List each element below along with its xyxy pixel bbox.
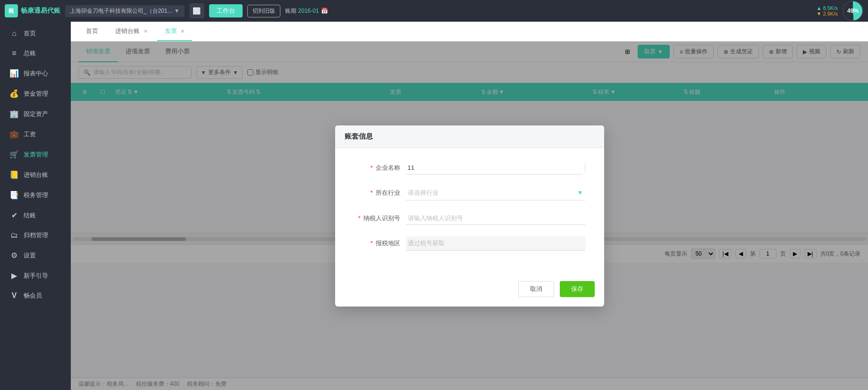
network-badge: ▲ 8.5K/s ▼ 2.6K/s (817, 5, 838, 17)
report-icon: 📊 (9, 69, 19, 78)
dialog-header: 账套信息 (335, 125, 604, 148)
sidebar-label-report: 报表中心 (24, 69, 48, 78)
switch-old-button[interactable]: 切到旧版 (247, 5, 280, 17)
archive-icon: 🗂 (9, 231, 19, 240)
member-icon: V (9, 291, 19, 300)
dialog-body: * 企业名称 * 所在行业 (335, 148, 604, 275)
sidebar-label-invoice: 发票管理 (24, 150, 48, 159)
tab-close-invoice[interactable]: ✕ (180, 28, 185, 34)
form-row-company: * 企业名称 (354, 161, 585, 174)
required-star-company: * (371, 164, 373, 171)
sales-icon: 📒 (9, 170, 19, 179)
logo-text: 畅康通易代账 (21, 7, 60, 15)
calendar-icon[interactable]: 📅 (321, 8, 328, 14)
sidebar-label-archive: 归档管理 (24, 231, 48, 240)
sidebar-item-invoice[interactable]: 🛒 发票管理 (0, 144, 71, 165)
close-account-icon: ✔ (9, 211, 19, 220)
account-info-dialog: 账套信息 * 企业名称 (335, 125, 604, 307)
asset-icon: 🏢 (9, 109, 19, 118)
settings-icon: ⚙ (9, 251, 19, 260)
sidebar-item-fund[interactable]: 💰 资金管理 (0, 83, 71, 104)
company-name: 上海卯金刀电子科技有限公司_（台201... (70, 7, 172, 15)
period-label: 账期 2016-01 📅 (285, 7, 328, 15)
sidebar-label-home: 首页 (24, 29, 36, 38)
company-name-input[interactable] (406, 161, 583, 174)
sidebar-item-report[interactable]: 📊 报表中心 (0, 63, 71, 83)
ledger-icon: ≡ (9, 49, 19, 58)
salary-icon: 💼 (9, 130, 19, 139)
sidebar-item-close[interactable]: ✔ 结账 (0, 205, 71, 225)
tax-icon: 📑 (9, 191, 19, 199)
sidebar-item-home[interactable]: ⌂ 首页 (0, 24, 71, 43)
tab-home[interactable]: 首页 (78, 22, 106, 41)
sidebar-item-sales[interactable]: 📒 进销台账 (0, 165, 71, 185)
sidebar-item-archive[interactable]: 🗂 归档管理 (0, 225, 71, 245)
copy-icon[interactable]: ⬜ (189, 3, 204, 18)
company-name-label: * 企业名称 (354, 164, 406, 172)
form-row-industry: * 所在行业 请选择行业 ▼ (354, 186, 585, 200)
tax-region-placeholder: 通过税号获取 (408, 240, 445, 247)
form-row-tax-region: * 报税地区 通过税号获取 (354, 236, 585, 251)
sidebar-label-sales: 进销台账 (24, 171, 48, 179)
invoice-icon: 🛒 (9, 150, 19, 159)
content-area: 销项发票 进项发票 费用小票 ⊞ 取票 ▼ ≡ (71, 41, 868, 390)
tax-region-field: 通过税号获取 (406, 236, 585, 251)
sidebar-item-tax[interactable]: 📑 税务管理 (0, 185, 71, 205)
home-icon: ⌂ (9, 29, 19, 38)
logo-icon: 账 (5, 4, 18, 17)
sidebar-item-settings[interactable]: ⚙ 设置 (0, 245, 71, 266)
industry-dropdown-icon: ▼ (577, 189, 583, 196)
cancel-button[interactable]: 取消 (518, 281, 554, 297)
taxpayer-label: * 纳税人识别号 (354, 214, 406, 223)
guide-icon: ▶ (9, 271, 19, 280)
sidebar-label-close: 结账 (24, 211, 36, 220)
tab-invoice[interactable]: 发票 ✕ (157, 22, 193, 41)
percent-circle: 49% (843, 0, 863, 21)
sidebar: ⌂ 首页 ≡ 总账 📊 报表中心 💰 资金管理 🏢 固定资产 💼 工资 🛒 发票… (0, 22, 71, 390)
main-layout: ⌂ 首页 ≡ 总账 📊 报表中心 💰 资金管理 🏢 固定资产 💼 工资 🛒 发票… (0, 22, 868, 390)
form-row-taxpayer: * 纳税人识别号 (354, 212, 585, 225)
sidebar-item-salary[interactable]: 💼 工资 (0, 124, 71, 144)
main-content: 首页 进销台账 ✕ 发票 ✕ 销项发票 进项发票 费用小 (71, 22, 868, 390)
industry-label: * 所在行业 (354, 189, 406, 197)
required-star-tax-region: * (371, 240, 373, 247)
tabbar: 首页 进销台账 ✕ 发票 ✕ (71, 22, 868, 41)
required-star-industry: * (371, 189, 373, 196)
dialog-title: 账套信息 (345, 132, 373, 140)
industry-select[interactable]: 请选择行业 ▼ (406, 186, 585, 200)
company-dropdown-icon: ▼ (174, 8, 180, 14)
sidebar-label-fund: 资金管理 (24, 90, 48, 98)
sidebar-item-member[interactable]: V 畅会员 (0, 286, 71, 306)
logo: 账 畅康通易代账 (5, 4, 60, 17)
topbar: 账 畅康通易代账 上海卯金刀电子科技有限公司_（台201... ▼ ⬜ 工作台 … (0, 0, 868, 22)
sidebar-label-ledger: 总账 (24, 49, 36, 58)
sidebar-item-ledger[interactable]: ≡ 总账 (0, 43, 71, 63)
company-selector[interactable]: 上海卯金刀电子科技有限公司_（台201... ▼ (65, 5, 185, 17)
fund-icon: 💰 (9, 89, 19, 98)
network-up: ▲ 8.5K/s (817, 5, 838, 11)
tax-region-label: * 报税地区 (354, 239, 406, 248)
save-button[interactable]: 保存 (560, 281, 595, 297)
taxpayer-input[interactable] (406, 212, 585, 225)
required-star-taxpayer: * (358, 215, 361, 222)
workbench-button[interactable]: 工作台 (209, 4, 243, 17)
industry-placeholder: 请选择行业 (408, 189, 438, 197)
sidebar-item-guide[interactable]: ▶ 新手引导 (0, 266, 71, 286)
tab-sales-ledger[interactable]: 进销台账 ✕ (108, 22, 155, 41)
sidebar-label-settings: 设置 (24, 251, 36, 260)
sidebar-item-asset[interactable]: 🏢 固定资产 (0, 104, 71, 124)
topbar-right: ▲ 8.5K/s ▼ 2.6K/s 49% (817, 0, 863, 21)
dialog-footer: 取消 保存 (335, 275, 604, 307)
sidebar-label-salary: 工资 (24, 130, 36, 139)
sidebar-label-tax: 税务管理 (24, 191, 48, 199)
network-down: ▼ 2.6K/s (817, 11, 838, 17)
tab-close-sales-ledger[interactable]: ✕ (143, 28, 148, 34)
sidebar-label-asset: 固定资产 (24, 110, 48, 118)
sidebar-label-guide: 新手引导 (24, 272, 48, 280)
sidebar-label-member: 畅会员 (24, 291, 42, 300)
modal-overlay: 账套信息 * 企业名称 (71, 41, 868, 390)
